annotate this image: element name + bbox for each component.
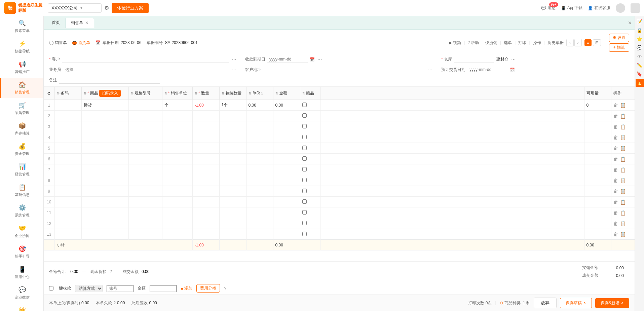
logistics-button[interactable]: + 物流 <box>609 43 629 52</box>
tab-bar-close-icon[interactable]: ✕ <box>628 20 632 26</box>
collection-due-input[interactable] <box>267 56 308 63</box>
note-input[interactable] <box>59 77 160 84</box>
right-sidebar-pencil[interactable]: ✏️ <box>636 61 644 69</box>
goods-type-field[interactable]: ⊙ 商品种类: 1 种 <box>500 300 530 306</box>
amount-input[interactable] <box>150 285 177 292</box>
grid-view-button[interactable]: ⊞ <box>593 39 601 46</box>
delete-icon[interactable]: 🗑 <box>613 146 618 151</box>
tab-close-icon[interactable]: ✕ <box>85 21 88 25</box>
row-price[interactable]: 0.00 <box>246 100 273 111</box>
goods-type-radio-icon[interactable]: ⊙ <box>500 301 503 305</box>
address-picker-btn[interactable]: ··· <box>427 67 433 73</box>
prev-record-button[interactable]: ‹ <box>566 39 574 46</box>
sidebar-item-app-center[interactable]: 📱 应用中心 <box>0 262 43 283</box>
sidebar-item-enterprise[interactable]: 🤝 企业协同 <box>0 221 43 242</box>
settings-icon[interactable]: ⚙ <box>104 5 109 11</box>
warehouse-input[interactable] <box>454 56 494 63</box>
collection-more-btn[interactable]: ··· <box>317 56 323 63</box>
sidebar-item-guide[interactable]: 🎯 新手引导 <box>0 242 43 262</box>
delete-icon[interactable]: 🗑 <box>613 221 618 226</box>
row-unit[interactable]: 个 <box>162 100 192 111</box>
delete-icon[interactable]: 🗑 <box>613 178 618 183</box>
return-order-radio-input[interactable] <box>72 41 77 45</box>
row-pkg-qty[interactable]: 1个 <box>219 100 246 111</box>
row-barcode[interactable] <box>54 100 81 111</box>
copy-icon[interactable]: 📋 <box>620 167 626 172</box>
tab-sales-order[interactable]: 销售单 ✕ <box>65 18 94 28</box>
price-info-icon[interactable]: ℹ <box>261 91 263 95</box>
delete-icon[interactable]: 🗑 <box>613 232 618 237</box>
customer-address-input[interactable] <box>263 66 425 73</box>
sales-order-radio-input[interactable] <box>49 41 53 45</box>
copy-icon[interactable]: 📋 <box>620 135 626 140</box>
copy-icon[interactable]: 📋 <box>620 146 626 151</box>
copy-icon[interactable]: 📋 <box>620 232 626 237</box>
right-sidebar-lock[interactable]: 🔒 <box>636 26 644 34</box>
operations-link[interactable]: 操作 <box>533 40 541 46</box>
trial-button[interactable]: 体验行业方案 <box>112 3 149 13</box>
fee-split-button[interactable]: 费用分摊 <box>196 284 220 293</box>
copy-icon[interactable]: 📋 <box>620 210 626 216</box>
delete-icon[interactable]: 🗑 <box>613 199 618 205</box>
delete-icon[interactable]: 🗑 <box>613 210 618 216</box>
app-download-button[interactable]: 📱 App下载 <box>561 5 582 11</box>
sidebar-item-member[interactable]: 👑 畅会员 <box>0 303 43 311</box>
copy-icon[interactable]: 📋 <box>620 221 626 226</box>
sidebar-item-marketing[interactable]: 📢 营销推广 <box>0 57 43 78</box>
expected-delivery-input[interactable] <box>467 66 508 73</box>
delete-icon[interactable]: 🗑 <box>613 167 618 172</box>
salesperson-picker-btn[interactable]: ··· <box>231 67 237 73</box>
sidebar-item-search[interactable]: 🔍 搜索菜单 <box>0 16 43 37</box>
right-sidebar-comment[interactable]: 💬 <box>636 44 644 52</box>
copy-icon[interactable]: 📋 <box>620 113 626 119</box>
save-draft-button[interactable]: 保存草稿 ∧ <box>560 298 592 308</box>
user-avatar[interactable] <box>616 3 625 13</box>
discard-button[interactable]: 放弃 <box>534 298 557 308</box>
scan-button[interactable]: 扫码录入 <box>99 90 121 97</box>
sidebar-item-system[interactable]: ⚙️ 系统管理 <box>0 201 43 221</box>
save-new-button[interactable]: 保存&新增 ∧ <box>595 298 629 308</box>
next-record-button[interactable]: › <box>574 39 582 46</box>
delete-icon[interactable]: 🗑 <box>613 135 618 140</box>
select-link[interactable]: 选单 <box>504 40 512 46</box>
history-link[interactable]: 历史单据 <box>547 40 564 46</box>
account-input[interactable] <box>107 285 134 292</box>
sidebar-item-operations[interactable]: 📊 经营管理 <box>0 160 43 180</box>
warehouse-picker-btn[interactable]: ··· <box>510 56 516 63</box>
copy-icon[interactable]: 📋 <box>620 189 626 194</box>
right-sidebar-fire[interactable]: 🔥 <box>636 79 644 87</box>
copy-icon[interactable]: 📋 <box>620 103 626 108</box>
delete-icon[interactable]: 🗑 <box>613 103 618 108</box>
right-sidebar-eye[interactable]: 👁 <box>636 52 644 61</box>
calendar-icon[interactable]: 📅 <box>96 40 101 45</box>
delete-icon[interactable]: 🗑 <box>613 156 618 162</box>
cash-discount-help-icon[interactable]: ? <box>110 269 112 274</box>
company-selector[interactable]: XXXXXX公司 ▼ <box>48 3 102 13</box>
sidebar-item-wechat[interactable]: 💬 企业微信 <box>0 283 43 303</box>
sidebar-item-basic-info[interactable]: 📋 基础信息 <box>0 180 43 201</box>
collection-cal-icon[interactable]: 📅 <box>310 57 315 62</box>
customer-picker-btn[interactable]: ··· <box>231 56 237 63</box>
fee-help-icon[interactable]: ? <box>224 286 226 291</box>
sidebar-item-purchase[interactable]: 🛒 采购管理 <box>0 98 43 119</box>
right-sidebar-star[interactable]: ⭐ <box>636 35 644 43</box>
delivery-cal-icon[interactable]: 📅 <box>510 68 515 72</box>
copy-icon[interactable]: 📋 <box>620 178 626 183</box>
return-order-radio[interactable]: 退货单 <box>72 40 90 46</box>
row-gift[interactable] <box>300 100 320 111</box>
list-view-button[interactable]: ≡ <box>584 39 592 46</box>
sidebar-item-inventory[interactable]: 📦 库存核算 <box>0 119 43 139</box>
customer-input[interactable] <box>62 56 229 63</box>
delete-icon[interactable]: 🗑 <box>613 124 618 129</box>
copy-icon[interactable]: 📋 <box>620 124 626 129</box>
row-amount[interactable]: 0.00 <box>273 100 300 111</box>
video-link[interactable]: ▶ 视频 <box>449 40 461 46</box>
row-gift-checkbox[interactable] <box>302 103 307 107</box>
right-sidebar-note[interactable]: 📝 <box>636 17 644 26</box>
settlement-method-select[interactable]: 结算方式 <box>75 285 103 292</box>
tab-home[interactable]: 首页 <box>46 18 65 28</box>
one-click-payment-label[interactable]: 一键收款 <box>49 285 71 291</box>
shortcuts-link[interactable]: 快捷键 <box>485 40 497 46</box>
add-payment-button[interactable]: ● 添加 <box>181 285 192 291</box>
delete-icon[interactable]: 🗑 <box>613 189 618 194</box>
